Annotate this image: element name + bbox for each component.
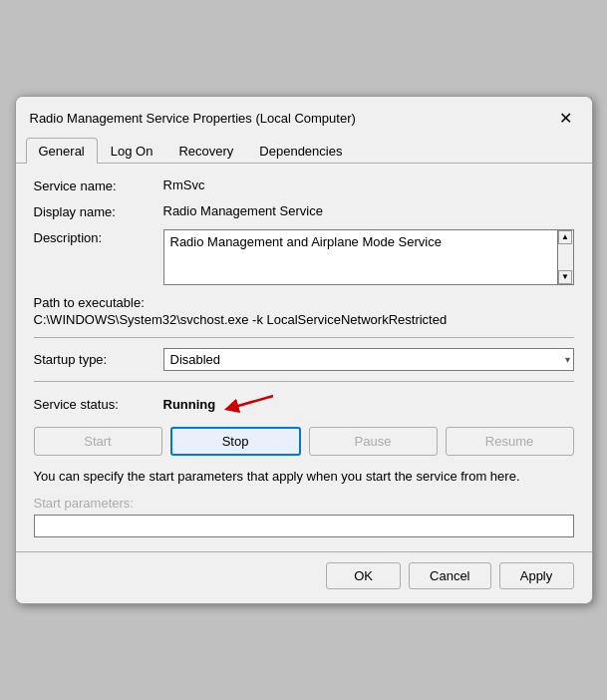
- path-label: Path to executable:: [34, 295, 574, 310]
- description-row: Description: Radio Management and Airpla…: [34, 229, 574, 285]
- service-name-label: Service name:: [34, 177, 163, 193]
- startup-type-dropdown-wrapper: Automatic Automatic (Delayed Start) Manu…: [163, 348, 574, 371]
- display-name-row: Display name: Radio Management Service: [34, 203, 574, 219]
- params-label: Start parameters:: [34, 496, 574, 511]
- description-wrapper: Radio Management and Airplane Mode Servi…: [163, 229, 574, 285]
- display-name-value: Radio Management Service: [163, 203, 574, 218]
- separator-1: [34, 337, 574, 338]
- params-section: Start parameters:: [34, 496, 574, 537]
- service-control-buttons: Start Stop Pause Resume: [34, 427, 574, 456]
- scroll-down-button[interactable]: ▼: [558, 270, 572, 284]
- tab-general[interactable]: General: [26, 138, 98, 164]
- startup-type-row: Startup type: Automatic Automatic (Delay…: [34, 348, 574, 371]
- display-name-label: Display name:: [34, 203, 163, 219]
- close-button[interactable]: ✕: [554, 107, 578, 131]
- tab-recovery[interactable]: Recovery: [165, 138, 246, 164]
- description-scrollbar: ▲ ▼: [558, 229, 574, 285]
- startup-type-select[interactable]: Automatic Automatic (Delayed Start) Manu…: [163, 348, 574, 371]
- arrow-indicator: [223, 392, 278, 417]
- path-section: Path to executable: C:\WINDOWS\System32\…: [34, 295, 574, 327]
- service-name-row: Service name: RmSvc: [34, 177, 574, 193]
- service-status-row: Service status: Running: [34, 392, 574, 417]
- start-button[interactable]: Start: [34, 427, 162, 456]
- tab-dependencies[interactable]: Dependencies: [246, 138, 355, 164]
- description-text[interactable]: Radio Management and Airplane Mode Servi…: [163, 229, 558, 285]
- description-label: Description:: [34, 229, 163, 245]
- cancel-button[interactable]: Cancel: [409, 562, 490, 589]
- path-value: C:\WINDOWS\System32\svchost.exe -k Local…: [34, 312, 574, 327]
- dialog-footer: OK Cancel Apply: [16, 551, 592, 603]
- startup-type-label: Startup type:: [34, 352, 163, 367]
- service-status-value: Running: [163, 397, 216, 412]
- scroll-up-button[interactable]: ▲: [558, 230, 572, 244]
- resume-button[interactable]: Resume: [446, 427, 574, 456]
- tab-content: Service name: RmSvc Display name: Radio …: [16, 164, 592, 551]
- info-text: You can specify the start parameters tha…: [34, 468, 574, 486]
- apply-button[interactable]: Apply: [499, 562, 574, 589]
- tab-logon[interactable]: Log On: [98, 138, 166, 164]
- ok-button[interactable]: OK: [326, 562, 401, 589]
- service-status-label: Service status:: [34, 397, 163, 412]
- dialog-window: Radio Management Service Properties (Loc…: [15, 96, 593, 604]
- params-input[interactable]: [34, 515, 574, 537]
- pause-button[interactable]: Pause: [309, 427, 438, 456]
- title-bar: Radio Management Service Properties (Loc…: [16, 97, 592, 137]
- service-name-value: RmSvc: [163, 177, 574, 192]
- tabs-bar: General Log On Recovery Dependencies: [16, 137, 592, 164]
- stop-button[interactable]: Stop: [170, 427, 301, 456]
- svg-line-1: [231, 396, 273, 408]
- separator-2: [34, 381, 574, 382]
- dialog-title: Radio Management Service Properties (Loc…: [30, 111, 356, 126]
